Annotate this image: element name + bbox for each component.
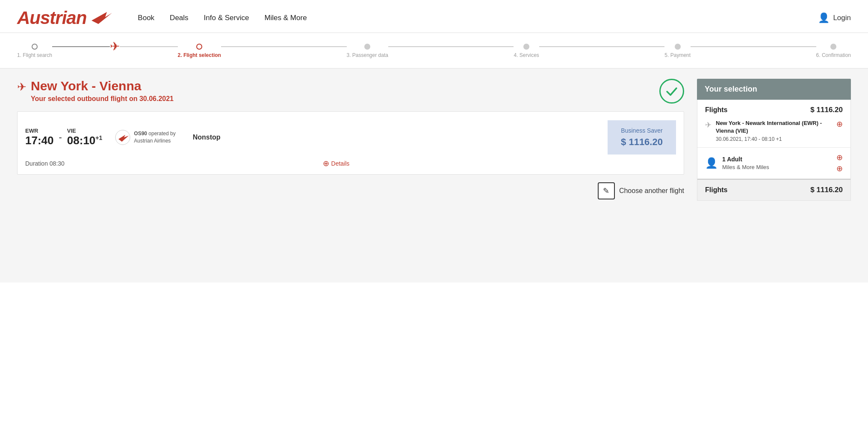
sidebar-flight-detail: ✈ New York - Newark International (EWR) …: [697, 117, 850, 148]
choose-another-button[interactable]: ✎: [598, 182, 615, 199]
logo-text: Austrian: [17, 8, 86, 28]
flight-title-area: ✈ New York - Vienna Your selected outbou…: [17, 79, 174, 103]
airline-info: OS90 operated by Austrian Airlines: [134, 130, 175, 145]
flight-subtitle: Your selected outbound flight on 30.06.2…: [31, 95, 174, 103]
arrival-block: VIE 08:10+1: [67, 128, 102, 147]
details-label: Details: [331, 160, 350, 167]
sidebar-bottom-row: Flights $ 1116.20: [697, 179, 850, 200]
sidebar-miles-label: Miles & More Miles: [722, 164, 832, 170]
progress-bar: 1. Flight search ✈ 2. Flight selection 3…: [0, 33, 868, 68]
sidebar-person-icon: 👤: [705, 157, 718, 169]
duration-label: Duration 08:30: [25, 160, 65, 167]
departure-code: EWR: [25, 128, 54, 134]
svg-marker-0: [92, 12, 112, 24]
flight-card: EWR 17:40 - VIE 08:10+1: [17, 111, 684, 175]
flight-section: ✈ New York - Vienna Your selected outbou…: [17, 79, 684, 272]
progress-steps: 1. Flight search ✈ 2. Flight selection 3…: [17, 41, 851, 61]
step-5-circle: [675, 44, 681, 50]
step-2-label: 2. Flight selection: [178, 52, 221, 58]
departure-time: 17:40: [25, 134, 54, 147]
nav-miles-more[interactable]: Miles & More: [264, 14, 307, 22]
login-label[interactable]: Login: [833, 14, 851, 22]
main-content: ✈ New York - Vienna Your selected outbou…: [0, 68, 868, 282]
logo[interactable]: Austrian: [17, 8, 112, 28]
sidebar-bottom-price: $ 1116.20: [810, 186, 843, 194]
step-6-label: 6. Confirmation: [816, 52, 851, 58]
step-1-circle: [32, 44, 38, 50]
logo-arrow-icon: [90, 9, 112, 28]
sidebar-route: New York - Newark International (EWR) - …: [716, 119, 832, 142]
sidebar-passenger-label: 1 Adult: [722, 156, 832, 163]
main-nav: Book Deals Info & Service Miles & More: [138, 14, 307, 22]
connector-3-4: [388, 46, 514, 47]
details-plus-icon: ⊕: [323, 159, 329, 168]
step-5-label: 5. Payment: [664, 52, 691, 58]
step-2[interactable]: 2. Flight selection: [178, 44, 221, 58]
sidebar-route-date: 30.06.2021, 17:40 - 08:10 +1: [716, 136, 832, 142]
flight-plane-icon: ✈: [17, 80, 27, 94]
sidebar-passenger-icons: ⊕ ⊕: [836, 153, 843, 173]
sidebar-title: Your selection: [705, 85, 757, 93]
step-4-circle: [523, 44, 529, 50]
airline-logo-img: [115, 130, 130, 145]
sidebar-flights-label: Flights: [705, 106, 727, 114]
selection-sidebar: Your selection Flights $ 1116.20 ✈ New Y…: [697, 79, 851, 272]
nonstop-label: Nonstop: [193, 134, 221, 141]
nav-deals[interactable]: Deals: [170, 14, 188, 22]
step-3-label: 3. Passenger data: [347, 52, 388, 58]
fare-price: $ 1116.20: [621, 137, 663, 148]
step-6[interactable]: 6. Confirmation: [816, 44, 851, 58]
airport-times: EWR 17:40 - VIE 08:10+1: [25, 128, 102, 147]
sidebar-plane-icon: ✈: [705, 120, 712, 130]
connector-4-5: [539, 46, 665, 47]
step-1[interactable]: 1. Flight search: [17, 44, 52, 58]
flight-route-title: New York - Vienna: [31, 79, 174, 93]
step-5[interactable]: 5. Payment: [664, 44, 691, 58]
connector-2-3: [221, 46, 347, 47]
airline-name: Austrian Airlines: [134, 137, 175, 145]
connector-5-6: [691, 46, 816, 47]
login-area[interactable]: 👤 Login: [818, 12, 851, 24]
step-4-label: 4. Services: [514, 52, 539, 58]
flight-header: ✈ New York - Vienna Your selected outbou…: [17, 79, 684, 104]
plane-progress-icon: ✈: [110, 41, 120, 53]
choose-another-label[interactable]: Choose another flight: [619, 187, 684, 195]
arrival-plus: +1: [95, 134, 102, 141]
sidebar-body: Flights $ 1116.20 ✈ New York - Newark In…: [697, 100, 851, 201]
airline-logo: OS90 operated by Austrian Airlines: [115, 130, 175, 145]
arrival-time: 08:10+1: [67, 134, 102, 147]
user-icon: 👤: [818, 12, 830, 24]
step-3[interactable]: 3. Passenger data: [347, 44, 388, 58]
check-selected-icon: [659, 79, 684, 104]
details-link[interactable]: ⊕ Details: [323, 159, 350, 168]
step-1-label: 1. Flight search: [17, 52, 52, 58]
header: Austrian Book Deals Info & Service Miles…: [0, 0, 868, 33]
flight-title-block: New York - Vienna Your selected outbound…: [31, 79, 174, 103]
sidebar-route-title: New York - Newark International (EWR) - …: [716, 119, 832, 135]
nav-book[interactable]: Book: [138, 14, 154, 22]
sidebar-bottom-flights-label: Flights: [705, 186, 727, 194]
step-2-circle: [196, 44, 202, 50]
choose-another-area: ✎ Choose another flight: [17, 182, 684, 199]
time-dash: -: [59, 132, 62, 143]
sidebar-passenger: 👤 1 Adult Miles & More Miles ⊕ ⊕: [697, 148, 850, 179]
sidebar-passenger-expand-icon[interactable]: ⊕: [836, 153, 843, 162]
flight-detail-row: Duration 08:30 ⊕ Details: [18, 155, 684, 174]
departure-block: EWR 17:40: [25, 128, 54, 147]
step-6-circle: [830, 44, 836, 50]
sidebar-route-expand-icon[interactable]: ⊕: [836, 119, 843, 129]
fare-box[interactable]: Business Saver $ 1116.20: [608, 120, 676, 155]
step-4[interactable]: 4. Services: [514, 44, 539, 58]
flight-number: OS90 operated by: [134, 130, 175, 137]
sidebar-passenger-info: 1 Adult Miles & More Miles: [722, 156, 832, 170]
flight-info-row: EWR 17:40 - VIE 08:10+1: [18, 112, 684, 155]
fare-name: Business Saver: [621, 127, 662, 134]
sidebar-flights-price: $ 1116.20: [810, 106, 843, 114]
step-3-circle: [364, 44, 370, 50]
nav-info-service[interactable]: Info & Service: [204, 14, 249, 22]
sidebar-header: Your selection: [697, 79, 851, 100]
arrival-code: VIE: [67, 128, 102, 134]
pencil-icon: ✎: [603, 186, 609, 196]
sidebar-miles-expand-icon[interactable]: ⊕: [836, 164, 843, 173]
sidebar-flights-row: Flights $ 1116.20: [697, 100, 850, 117]
